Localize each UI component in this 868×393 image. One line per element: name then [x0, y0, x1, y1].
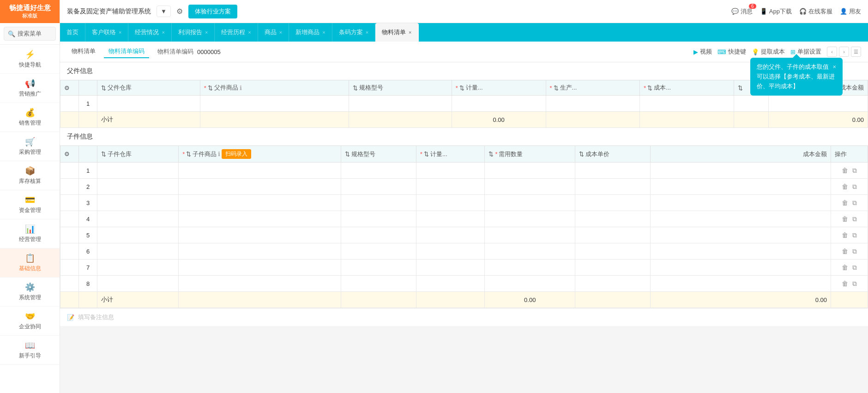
sidebar-item-purchase[interactable]: 🛒 采购管理: [0, 132, 60, 161]
child-row-warehouse[interactable]: [97, 195, 179, 211]
copy-icon[interactable]: ⧉: [852, 167, 857, 174]
scan-input-button[interactable]: 扫码录入: [222, 149, 251, 159]
child-row-qty[interactable]: [416, 276, 485, 292]
trial-button[interactable]: 体验行业方案: [188, 5, 237, 18]
tab-customers-close-icon[interactable]: ×: [119, 30, 121, 35]
get-cost-action[interactable]: 💡 提取成本: [752, 48, 785, 56]
sidebar-item-finance[interactable]: 💳 资金管理: [0, 190, 60, 219]
child-row-qty-needed[interactable]: [485, 163, 575, 179]
child-row-qty[interactable]: [416, 163, 485, 179]
child-row-warehouse[interactable]: [97, 227, 179, 243]
parent-row-spec[interactable]: [349, 96, 452, 112]
child-row-qty[interactable]: [416, 179, 485, 195]
child-row-spec[interactable]: [341, 227, 416, 243]
sidebar-item-operations[interactable]: 📊 经营管理: [0, 219, 60, 248]
child-row-spec[interactable]: [341, 211, 416, 227]
child-row-warehouse[interactable]: [97, 163, 179, 179]
delete-icon[interactable]: 🗑: [842, 231, 848, 239]
copy-icon[interactable]: ⧉: [852, 215, 857, 223]
sidebar-item-basic-info[interactable]: 📋 基础信息: [0, 248, 60, 278]
settings-gear-icon-child[interactable]: ⚙: [64, 151, 70, 157]
tab-products[interactable]: 商品 ×: [258, 23, 289, 42]
message-item[interactable]: 💬 消息 6: [731, 7, 753, 16]
tab-bom-close-icon[interactable]: ×: [409, 30, 411, 35]
parent-row-qty[interactable]: [452, 96, 546, 112]
delete-icon[interactable]: 🗑: [842, 199, 848, 206]
child-row-unit-cost[interactable]: [575, 211, 650, 227]
child-row-spec[interactable]: [341, 195, 416, 211]
child-row-qty[interactable]: [416, 195, 485, 211]
child-row-product[interactable]: [179, 243, 341, 260]
sidebar-item-quick-nav[interactable]: ⚡ 快捷导航: [0, 45, 60, 74]
copy-icon[interactable]: ⧉: [852, 264, 857, 271]
delete-icon[interactable]: 🗑: [842, 167, 848, 174]
child-row-spec[interactable]: [341, 276, 416, 292]
tab-new-product[interactable]: 新增商品 ×: [289, 23, 332, 42]
child-row-unit-cost[interactable]: [575, 276, 650, 292]
child-row-qty-needed[interactable]: [485, 227, 575, 243]
app-download-item[interactable]: 📱 App下载: [760, 7, 792, 16]
nav-next-button[interactable]: ›: [839, 47, 849, 57]
child-row-unit-cost[interactable]: [575, 260, 650, 276]
tab-operations-close-icon[interactable]: ×: [162, 30, 164, 35]
copy-icon[interactable]: ⧉: [852, 199, 857, 206]
child-row-qty-needed[interactable]: [485, 179, 575, 195]
tab-operations[interactable]: 经营情况 ×: [128, 23, 171, 42]
nav-menu-button[interactable]: ☰: [851, 47, 861, 57]
child-row-product[interactable]: [179, 260, 341, 276]
settings-gear-icon[interactable]: ⚙: [176, 7, 183, 16]
child-row-spec[interactable]: [341, 163, 416, 179]
tab-profit-close-icon[interactable]: ×: [205, 30, 208, 35]
settings-gear-icon-parent[interactable]: ⚙: [64, 85, 70, 91]
child-row-qty[interactable]: [416, 211, 485, 227]
tab-customers[interactable]: 客户联络 ×: [85, 23, 128, 42]
tab-history[interactable]: 经营历程 ×: [215, 23, 258, 42]
child-row-spec[interactable]: [341, 260, 416, 276]
child-row-warehouse[interactable]: [97, 276, 179, 292]
child-row-qty-needed[interactable]: [485, 195, 575, 211]
parent-row-warehouse[interactable]: [97, 96, 200, 112]
parent-row-production[interactable]: [546, 96, 640, 112]
nav-prev-button[interactable]: ‹: [827, 47, 837, 57]
child-row-warehouse[interactable]: [97, 179, 179, 195]
child-row-spec[interactable]: [341, 179, 416, 195]
tab-new-product-close-icon[interactable]: ×: [322, 30, 325, 35]
child-row-product[interactable]: [179, 179, 341, 195]
child-row-unit-cost[interactable]: [575, 179, 650, 195]
child-row-warehouse[interactable]: [97, 211, 179, 227]
sidebar-item-guide[interactable]: 📖 新手引导: [0, 336, 60, 365]
page-tab-bom-code[interactable]: 物料清单编码: [104, 45, 149, 58]
sidebar-item-sales[interactable]: 💰 销售管理: [0, 103, 60, 132]
child-row-spec[interactable]: [341, 243, 416, 260]
child-row-product[interactable]: [179, 195, 341, 211]
child-row-qty-needed[interactable]: [485, 260, 575, 276]
delete-icon[interactable]: 🗑: [842, 280, 848, 287]
child-row-unit-cost[interactable]: [575, 163, 650, 179]
tab-profit[interactable]: 利润报告 ×: [172, 23, 215, 42]
child-row-warehouse[interactable]: [97, 243, 179, 260]
copy-icon[interactable]: ⧉: [852, 280, 857, 287]
child-row-qty[interactable]: [416, 260, 485, 276]
child-row-qty[interactable]: [416, 243, 485, 260]
system-dropdown[interactable]: ▼: [157, 6, 171, 17]
video-action[interactable]: ▶ 视频: [693, 48, 712, 56]
parent-row-cost[interactable]: [640, 96, 734, 112]
child-row-qty-needed[interactable]: [485, 243, 575, 260]
child-row-unit-cost[interactable]: [575, 243, 650, 260]
parent-row-extra[interactable]: [734, 96, 769, 112]
child-row-qty[interactable]: [416, 227, 485, 243]
child-row-product[interactable]: [179, 276, 341, 292]
child-row-product[interactable]: [179, 227, 341, 243]
sidebar-item-system[interactable]: ⚙️ 系统管理: [0, 278, 60, 307]
tooltip-close-button[interactable]: ×: [832, 62, 836, 72]
tab-products-close-icon[interactable]: ×: [279, 30, 282, 35]
child-row-unit-cost[interactable]: [575, 227, 650, 243]
copy-icon[interactable]: ⧉: [852, 183, 857, 190]
tab-barcode-close-icon[interactable]: ×: [366, 30, 368, 35]
sidebar-item-marketing[interactable]: 📢 营销推广: [0, 74, 60, 103]
note-placeholder[interactable]: 填写备注信息: [78, 313, 114, 321]
page-tab-bom-list[interactable]: 物料清单: [67, 45, 100, 58]
user-item[interactable]: 👤 用友: [840, 7, 861, 16]
online-service-item[interactable]: 🎧 在线客服: [799, 7, 832, 16]
sidebar-item-inventory[interactable]: 📦 库存核算: [0, 161, 60, 190]
